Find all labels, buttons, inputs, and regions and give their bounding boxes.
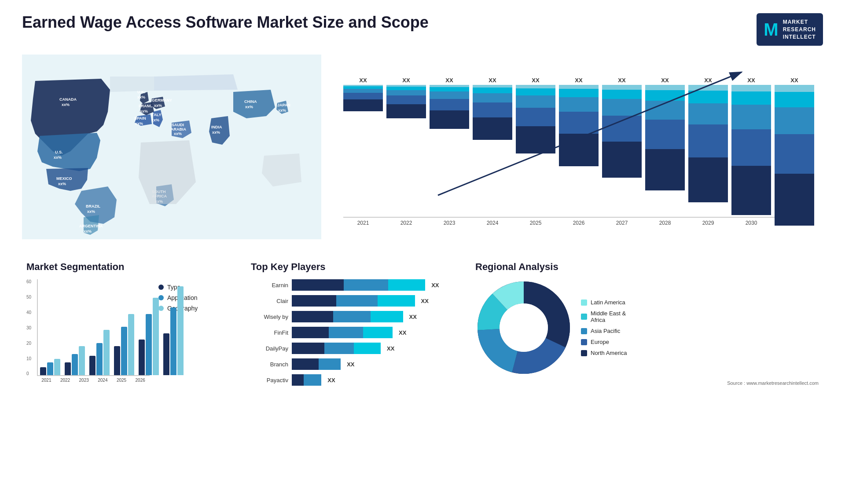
- seg-bar-2023: [89, 278, 110, 375]
- svg-text:JAPAN: JAPAN: [277, 103, 290, 107]
- svg-text:xx%: xx%: [151, 118, 159, 122]
- growth-bar-group-2022: XX: [386, 77, 426, 217]
- growth-bar-group-2029: XX: [688, 77, 728, 217]
- svg-text:SPAIN: SPAIN: [134, 116, 146, 121]
- svg-text:SAUDI: SAUDI: [172, 123, 184, 127]
- svg-text:xx%: xx%: [174, 131, 182, 136]
- svg-text:ITALY: ITALY: [151, 113, 162, 117]
- growth-bar-group-2021: XX: [343, 77, 383, 217]
- svg-text:xx%: xx%: [87, 209, 95, 214]
- top-players: Top Key Players EarninXXClairXXWisely by…: [246, 257, 458, 394]
- player-row-dailypay: DailyPayXX: [251, 343, 453, 354]
- svg-text:ARABIA: ARABIA: [171, 127, 186, 131]
- svg-text:xx%: xx%: [212, 130, 220, 135]
- seg-bar-2024: [114, 278, 134, 375]
- logo-letter: M: [764, 20, 778, 40]
- growth-bar-group-2027: XX: [602, 77, 642, 217]
- canada-label: CANADA: [59, 97, 77, 102]
- svg-text:MEXICO: MEXICO: [56, 176, 72, 181]
- seg-bar-2022: [65, 278, 85, 375]
- regional-title: Regional Analysis: [475, 261, 819, 273]
- market-segmentation: Market Segmentation 0 10 20 30 40 50 60 …: [22, 257, 233, 387]
- regional-analysis: Regional Analysis: [471, 257, 823, 390]
- seg-bar-2025: [139, 278, 159, 375]
- player-row-branch: BranchXX: [251, 358, 453, 370]
- svg-text:INDIA: INDIA: [211, 125, 222, 129]
- svg-text:xx%: xx%: [278, 108, 286, 113]
- svg-text:xx%: xx%: [58, 182, 66, 186]
- growth-bar-group-2024: XX: [473, 77, 512, 217]
- players-title: Top Key Players: [251, 261, 453, 273]
- player-row-wisely-by: Wisely byXX: [251, 311, 453, 322]
- svg-text:CHINA: CHINA: [244, 99, 257, 104]
- legend-latin-america: Latin America: [581, 299, 627, 306]
- player-row-earnin: EarninXX: [251, 279, 453, 291]
- svg-text:xx%: xx%: [137, 95, 145, 99]
- world-map: CANADA xx% U.S. xx% MEXICO xx% BRAZIL xx…: [22, 55, 321, 239]
- growth-bar-group-2025: XX: [516, 77, 555, 217]
- svg-text:BRAZIL: BRAZIL: [86, 204, 100, 208]
- logo-text: MARKET RESEARCH INTELLECT: [783, 18, 816, 40]
- svg-text:xx%: xx%: [54, 155, 62, 160]
- segment-title: Market Segmentation: [26, 261, 229, 273]
- legend-europe: Europe: [581, 339, 627, 345]
- svg-text:xx%: xx%: [135, 121, 143, 126]
- logo: M MARKET RESEARCH INTELLECT: [757, 13, 823, 46]
- growth-bar-group-2026: XX: [559, 77, 599, 217]
- svg-text:xx%: xx%: [154, 103, 162, 108]
- svg-text:xx%: xx%: [140, 109, 148, 113]
- growth-bar-group-2028: XX: [645, 77, 685, 217]
- seg-bar-2021: [40, 278, 60, 375]
- svg-text:xx%: xx%: [245, 105, 253, 109]
- svg-text:ARGENTINA: ARGENTINA: [79, 224, 103, 228]
- growth-bar-group-2023: XX: [430, 77, 469, 217]
- source-text: Source : www.marketresearchintellect.com: [475, 380, 819, 386]
- legend-mea: Middle East &Africa: [581, 310, 627, 323]
- growth-bar-group-2031: XX: [775, 77, 814, 217]
- donut-chart: [475, 279, 572, 376]
- svg-text:xx%: xx%: [62, 102, 70, 107]
- svg-text:GERMANY: GERMANY: [152, 98, 172, 102]
- legend-asia-pacific: Asia Pacific: [581, 328, 627, 334]
- player-row-finfit: FinFitXX: [251, 327, 453, 338]
- svg-text:U.S.: U.S.: [55, 150, 63, 154]
- seg-bar-2026: [163, 278, 184, 375]
- svg-point-40: [500, 303, 548, 352]
- donut-legend: Latin America Middle East &Africa Asia P…: [581, 299, 627, 356]
- legend-north-america: North America: [581, 350, 627, 356]
- growth-chart: XXXXXXXXXXXXXXXXXXXXXX 20212022202320242…: [334, 55, 823, 244]
- page-title: Earned Wage Access Software Market Size …: [22, 13, 429, 32]
- svg-text:xx%: xx%: [84, 229, 92, 234]
- player-row-payactiv: PayactivXX: [251, 374, 453, 386]
- growth-bar-group-2030: XX: [731, 77, 771, 217]
- player-row-clair: ClairXX: [251, 295, 453, 307]
